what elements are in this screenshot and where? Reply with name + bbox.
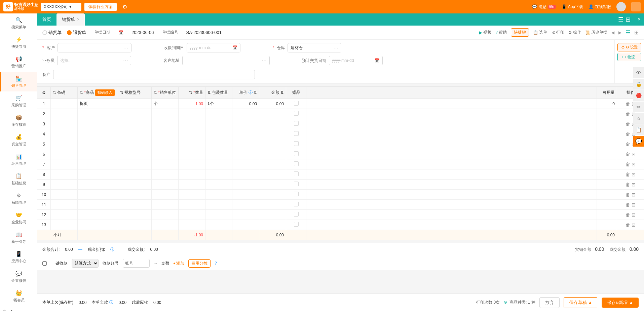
row-amount[interactable] — [259, 200, 286, 210]
row-product[interactable] — [78, 180, 118, 190]
account-input[interactable] — [123, 259, 150, 268]
row-price[interactable] — [232, 210, 259, 220]
row-gift[interactable] — [286, 109, 306, 119]
row-amount[interactable] — [259, 159, 286, 169]
arrears-info-icon[interactable]: ⓘ — [109, 300, 113, 305]
add-payment-btn[interactable]: ● 添加 — [173, 261, 184, 266]
staff-input[interactable]: 选择... ··· — [57, 56, 131, 65]
row-qty[interactable] — [179, 139, 205, 149]
row-product[interactable] — [78, 109, 118, 119]
row-gift[interactable] — [286, 139, 306, 149]
row-qty[interactable] — [179, 119, 205, 129]
sidebar-item-search[interactable]: 🔍 搜索菜单 — [0, 13, 37, 33]
row-price[interactable] — [232, 220, 259, 230]
row-price[interactable] — [232, 200, 259, 210]
row-delete-btn[interactable]: 🗑 — [626, 101, 630, 107]
th-pkg-sort[interactable]: ⇅ — [207, 90, 211, 95]
radio-return[interactable]: 退货单 — [67, 30, 86, 36]
row-gift[interactable] — [286, 99, 306, 109]
row-copy-btn[interactable]: ⊡ — [632, 162, 636, 167]
row-product[interactable] — [78, 119, 118, 129]
gift-checkbox[interactable] — [294, 222, 299, 227]
discount-info-icon[interactable]: ⓘ — [110, 247, 114, 252]
row-price[interactable] — [232, 159, 259, 169]
online-service-btn[interactable]: 👤 在线客服 — [589, 4, 611, 10]
address-dots[interactable]: ··· — [262, 57, 267, 64]
tab-sale-order[interactable]: 销货单 × — [56, 13, 85, 26]
warehouse-dots[interactable]: ··· — [333, 44, 338, 51]
nav-next-icon[interactable]: ▶ — [618, 30, 621, 35]
settings-btn[interactable]: ⚙ ⚙ 设置 — [617, 43, 641, 51]
row-price[interactable] — [232, 129, 259, 139]
th-product-sort[interactable]: ⇅ — [80, 90, 83, 95]
row-gift[interactable] — [286, 200, 306, 210]
gift-checkbox[interactable] — [294, 182, 299, 186]
sidebar-item-marketing[interactable]: 📢 营销推广 — [0, 52, 37, 72]
row-gift[interactable] — [286, 119, 306, 129]
nav-prev-icon[interactable]: ◀ — [611, 30, 614, 35]
row-product[interactable] — [78, 139, 118, 149]
payment-dots[interactable]: ··· — [154, 261, 157, 266]
row-qty[interactable] — [179, 220, 205, 230]
row-barcode[interactable] — [51, 180, 78, 190]
row-price[interactable]: 0.00 — [232, 99, 259, 109]
row-delete-btn[interactable]: 🗑 — [626, 172, 630, 177]
tool-history[interactable]: 📜 历史单据 — [585, 30, 607, 35]
row-product[interactable] — [78, 190, 118, 200]
float-btn-3[interactable]: 🔴 — [633, 90, 644, 101]
row-amount[interactable] — [259, 119, 286, 129]
row-pkg-qty[interactable] — [205, 129, 232, 139]
float-btn-5[interactable]: ☆ — [633, 113, 644, 124]
row-barcode[interactable] — [51, 129, 78, 139]
row-product[interactable] — [78, 210, 118, 220]
row-delete-btn[interactable]: 🗑 — [626, 202, 630, 207]
save-new-btn[interactable]: 保存&新增 ▲ — [602, 298, 639, 308]
row-unit[interactable] — [152, 119, 179, 129]
float-btn-2[interactable]: 🔒 — [633, 79, 644, 89]
float-btn-1[interactable]: 👁 — [633, 67, 644, 78]
row-product[interactable] — [78, 129, 118, 139]
th-unit-sort[interactable]: ⇅ — [154, 90, 157, 95]
tab-bar-close-icon[interactable]: × — [638, 16, 641, 23]
row-price[interactable] — [232, 109, 259, 119]
row-amount[interactable] — [259, 180, 286, 190]
company-selector[interactable]: XXXXXX公司 ▾ — [41, 3, 81, 11]
float-btn-6[interactable]: 📋 — [633, 124, 644, 135]
row-amount[interactable] — [259, 190, 286, 200]
gear-icon[interactable]: ⚙ — [122, 4, 127, 10]
row-barcode[interactable] — [51, 109, 78, 119]
row-product[interactable] — [78, 169, 118, 180]
row-product[interactable]: 拆页 — [78, 99, 118, 109]
minus-icon[interactable]: — — [78, 247, 82, 252]
row-amount[interactable] — [259, 149, 286, 159]
notes-input[interactable] — [53, 70, 255, 79]
row-pkg-qty[interactable] — [205, 169, 232, 180]
row-price[interactable] — [232, 180, 259, 190]
tool-select[interactable]: 📋 选单 — [533, 30, 547, 35]
row-unit[interactable] — [152, 149, 179, 159]
row-spec[interactable] — [118, 129, 152, 139]
row-price[interactable] — [232, 169, 259, 180]
row-delete-btn[interactable]: 🗑 — [626, 111, 630, 117]
sidebar-item-inventory[interactable]: 📦 库存核算 — [0, 111, 37, 130]
row-product[interactable] — [78, 159, 118, 169]
sidebar-item-base[interactable]: 📋 基础信息 — [0, 169, 37, 189]
row-delete-btn[interactable]: 🗑 — [626, 162, 630, 167]
sidebar-item-purchase[interactable]: 🛒 采购管理 — [0, 91, 37, 111]
row-delete-btn[interactable]: 🗑 — [626, 142, 630, 147]
view-grid-icon[interactable]: ⊞ — [634, 29, 639, 36]
one-click-checkbox[interactable] — [42, 261, 47, 266]
gift-checkbox[interactable] — [294, 141, 299, 146]
row-pkg-qty[interactable] — [205, 180, 232, 190]
row-amount[interactable] — [259, 139, 286, 149]
row-product[interactable] — [78, 220, 118, 230]
th-spec-sort[interactable]: ⇅ — [120, 90, 123, 95]
row-delete-btn[interactable]: 🗑 — [626, 131, 630, 137]
float-btn-4[interactable]: ✏ — [633, 102, 644, 112]
row-gift[interactable] — [286, 159, 306, 169]
save-draft-btn[interactable]: 保存草稿 ▲ — [564, 297, 598, 308]
row-pkg-qty[interactable]: 1个 — [205, 99, 232, 109]
row-price[interactable] — [232, 149, 259, 159]
sidebar-settings-icon[interactable]: ⚙ — [3, 309, 6, 311]
gift-checkbox[interactable] — [294, 111, 299, 116]
